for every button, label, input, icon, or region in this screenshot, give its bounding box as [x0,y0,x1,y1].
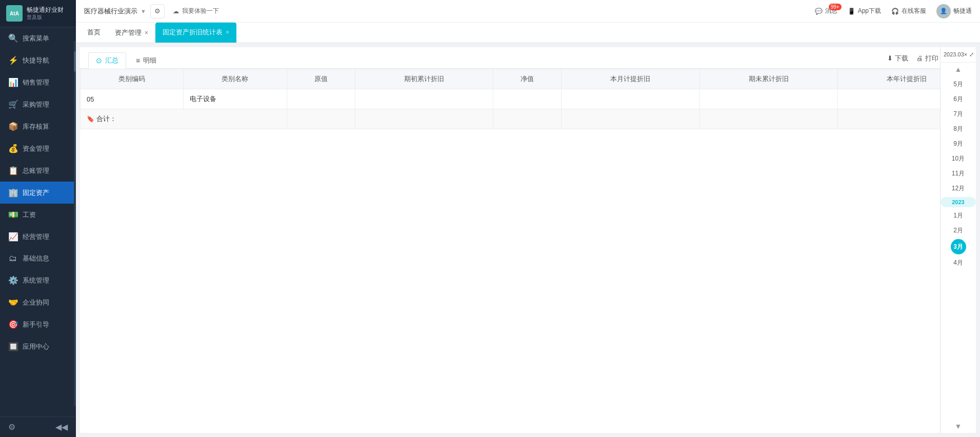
sidebar-item-应用中心[interactable]: 🔲应用中心 [0,335,76,357]
sidebar-item-销售管理[interactable]: 📊销售管理 [0,71,76,93]
sidebar-item-总账管理[interactable]: 📋总账管理 [0,160,76,182]
date-month-item[interactable]: 5月 [941,77,976,92]
col-monthly-depreciation: 本月计提折旧 [562,69,699,89]
nav-icon-12: 🤝 [8,297,17,307]
gear-icon: ⚙ [154,7,161,15]
nav-icon-10: 🗂 [8,254,17,263]
tab-depreciation-close-icon[interactable]: × [226,29,229,36]
nav-icon-9: 📈 [8,232,17,242]
sidebar-item-系统管理[interactable]: ⚙️系统管理 [0,269,76,291]
sidebar-item-经营管理[interactable]: 📈经营管理 [0,226,76,248]
nav-icon-1: ⚡ [8,55,17,65]
sidebar-scrollbar-thumb [74,51,76,72]
download-button[interactable]: ⬇ 下载 [887,54,908,63]
col-code: 类别编码 [81,69,184,89]
sidebar-item-库存核算[interactable]: 📦库存核算 [0,115,76,137]
messages-button[interactable]: 💬 消息 99+ [815,7,837,15]
sidebar-item-搜索菜单[interactable]: 🔍搜索菜单 [0,27,76,49]
date-panel-header: 2023.03 × ⤢ [941,47,976,63]
col-original: 原值 [287,69,355,89]
content-area: ⊙ 汇总 ≡ 明细 ⬇ 下载 🖨 打印 ↻ 刷 [80,47,976,433]
date-month-item[interactable]: 4月 [941,255,976,270]
date-month-item[interactable]: 8月 [941,122,976,136]
nav-icon-7: 🏢 [8,188,17,197]
nav-icon-2: 📊 [8,77,17,87]
col-ending-depreciation: 期未累计折旧 [699,69,837,89]
company-name: 医疗器械行业演示 [84,7,137,16]
date-month-item[interactable]: 9月 [941,136,976,151]
nav-icon-8: 💵 [8,210,17,220]
table-row: 05 电子设备 791.67 [81,89,976,109]
date-month-item[interactable]: 3月 [951,239,966,254]
topbar-right: 💬 消息 99+ 📱 App下载 🎧 在线客服 👤 畅捷通 [815,4,972,18]
app-download-button[interactable]: 📱 App下载 [848,7,881,15]
sidebar-item-工资[interactable]: 💵工资 [0,204,76,226]
date-panel-items: 5月6月7月8月9月10月11月12月20231月2月3月4月 [941,76,976,420]
avatar: 👤 [936,4,951,18]
collapse-footer-icon[interactable]: ◀◀ [55,422,68,432]
nav-icon-6: 📋 [8,166,17,175]
sidebar-item-新手引导[interactable]: 🎯新手引导 [0,313,76,335]
tab-home[interactable]: 首页 [80,23,108,43]
nav-icon-14: 🔲 [8,342,17,351]
chevron-down-icon: ▼ [141,8,146,14]
date-month-item[interactable]: 10月 [941,151,976,166]
user-profile[interactable]: 👤 畅捷通 [936,4,972,18]
date-month-item[interactable]: 2月 [941,223,976,238]
sidebar-item-固定资产[interactable]: 🏢固定资产 [0,182,76,204]
cloud-icon: ☁ [173,8,179,15]
sidebar-item-快捷导航[interactable]: ⚡快捷导航 [0,49,76,71]
download-icon: ⬇ [887,54,893,62]
close-panel-icon[interactable]: × [964,51,967,58]
table-header-row: 类别编码 类别名称 原值 期初累计折旧 净值 本月计提折旧 期未累计折旧 本年计… [81,69,976,89]
message-icon: 💬 [815,8,823,15]
sidebar-scrollbar [74,41,76,406]
nav-icon-0: 🔍 [8,33,17,43]
sub-tab-detail[interactable]: ≡ 明细 [128,52,164,68]
detail-icon: ≡ [136,56,140,65]
sidebar-logo: AtA 畅捷通好业财 普及版 [0,0,76,27]
sidebar-footer: ⚙ ◀◀ [0,416,76,437]
nav-icon-3: 🛒 [8,100,17,109]
date-nav-down[interactable]: ▼ [941,420,976,433]
tab-asset-management[interactable]: 资产管理 × [108,23,155,43]
logo-text: 畅捷通好业财 普及版 [27,6,64,21]
sub-tab-summary[interactable]: ⊙ 汇总 [88,52,126,69]
date-panel-title: 2023.03 [944,51,964,58]
nav-icon-5: 💰 [8,144,17,153]
sidebar-item-企业协同[interactable]: 🤝企业协同 [0,291,76,313]
sidebar-nav: 🔍搜索菜单⚡快捷导航📊销售管理🛒采购管理📦库存核算💰资金管理📋总账管理🏢固定资产… [0,27,76,416]
sidebar-item-采购管理[interactable]: 🛒采购管理 [0,93,76,115]
sidebar-item-基础信息[interactable]: 🗂基础信息 [0,248,76,269]
year-marker: 2023 [941,197,976,207]
headset-icon: 🎧 [891,8,899,15]
date-month-item[interactable]: 7月 [941,107,976,122]
download-icon: 📱 [848,8,855,15]
depreciation-table: 类别编码 类别名称 原值 期初累计折旧 净值 本月计提折旧 期未累计折旧 本年计… [80,69,976,129]
settings-footer-icon[interactable]: ⚙ [8,422,15,432]
messages-badge: 99+ [829,4,842,10]
col-name: 类别名称 [184,69,287,89]
summary-icon: ⊙ [96,56,102,65]
date-month-item[interactable]: 1月 [941,208,976,223]
sub-tabs-left: ⊙ 汇总 ≡ 明细 [88,52,164,68]
expand-panel-icon[interactable]: ⤢ [969,51,974,58]
topbar: 医疗器械行业演示 ▼ ⚙ ☁ 我要体验一下 💬 消息 99+ 📱 App下载 🎧… [76,0,980,23]
date-month-item[interactable]: 12月 [941,181,976,196]
print-icon: 🖨 [916,54,923,62]
experience-button[interactable]: ☁ 我要体验一下 [173,7,219,15]
sidebar: AtA 畅捷通好业财 普及版 🔍搜索菜单⚡快捷导航📊销售管理🛒采购管理📦库存核算… [0,0,76,437]
sub-tabs: ⊙ 汇总 ≡ 明细 ⬇ 下载 🖨 打印 ↻ 刷 [80,47,976,69]
company-selector[interactable]: 医疗器械行业演示 ▼ [84,7,146,16]
tab-asset-close-icon[interactable]: × [145,29,148,36]
date-month-item[interactable]: 6月 [941,92,976,107]
col-initial-depreciation: 期初累计折旧 [355,69,493,89]
tab-fixed-asset-depreciation[interactable]: 固定资产折旧统计表 × [155,23,236,43]
date-nav-up[interactable]: ▲ [941,63,976,76]
print-button[interactable]: 🖨 打印 [916,54,938,63]
settings-button[interactable]: ⚙ [150,4,165,18]
sidebar-item-资金管理[interactable]: 💰资金管理 [0,137,76,160]
date-month-item[interactable]: 11月 [941,166,976,181]
online-service-button[interactable]: 🎧 在线客服 [891,7,926,15]
table-container: 类别编码 类别名称 原值 期初累计折旧 净值 本月计提折旧 期未累计折旧 本年计… [80,69,976,433]
